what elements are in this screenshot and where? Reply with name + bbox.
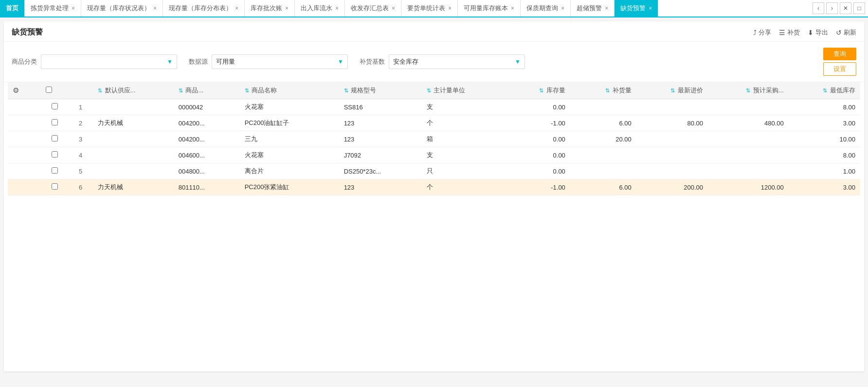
share-button[interactable]: ⤴ 分享	[753, 28, 771, 37]
tab-close-requisition[interactable]: ×	[448, 5, 452, 12]
tab-maximize[interactable]: □	[853, 2, 865, 14]
row-num-cell: 2	[68, 115, 93, 131]
row-price	[636, 147, 708, 163]
tab-stock-dist[interactable]: 现存量（库存分布表）×	[163, 0, 245, 17]
col-stock[interactable]: ⇅ 库存量	[504, 82, 570, 99]
row-purchase	[708, 163, 789, 179]
col-replenish[interactable]: ⇅ 补货量	[570, 82, 636, 99]
datasource-label: 数据源	[189, 57, 208, 66]
tab-close-stock-dist[interactable]: ×	[235, 5, 238, 12]
row-min-stock: 8.00	[789, 99, 860, 115]
col-price[interactable]: ⇅ 最新进价	[636, 82, 708, 99]
tab-shortage[interactable]: 缺货预警×	[615, 0, 658, 17]
row-name: PC200张紧油缸	[240, 179, 339, 195]
row-checkbox[interactable]	[52, 151, 58, 158]
tab-close-available[interactable]: ×	[511, 5, 514, 12]
col-min-stock[interactable]: ⇅ 最低库存	[789, 82, 860, 99]
header-actions: ⤴ 分享 ☰ 补货 ⬇ 导出 ↺ 刷新	[753, 28, 856, 37]
row-name: PC200油缸缸子	[240, 115, 339, 131]
col-purchase[interactable]: ⇅ 预计采购...	[708, 82, 789, 99]
tab-available[interactable]: 可用量库存账本×	[458, 0, 521, 17]
row-replenish	[570, 99, 636, 115]
supplier-sort-icon: ⇅	[98, 88, 102, 93]
table-body: 1 0000042 火花塞 SS816 支 0.00 8.00 2 力天机械 0…	[8, 99, 860, 195]
tab-inout[interactable]: 出入库流水×	[295, 0, 345, 17]
row-stock: -1.00	[504, 179, 570, 195]
row-code: 0000042	[174, 99, 240, 115]
row-checkbox-cell	[41, 115, 68, 131]
datasource-select[interactable]: 可用量 ▼	[212, 54, 348, 69]
col-unit[interactable]: ⇅ 主计量单位	[422, 82, 504, 99]
row-supplier: 力天机械	[93, 115, 174, 131]
tab-close-expiry[interactable]: ×	[561, 5, 564, 12]
table-header-row: ⚙ ⇅ 默认供应... ⇅ 商品... ⇅	[8, 82, 860, 99]
tab-batch[interactable]: 库存批次账×	[245, 0, 295, 17]
tab-scroll-right[interactable]: ›	[826, 2, 838, 14]
tab-nav-buttons: ‹ › ✕ □	[810, 2, 868, 14]
row-spec: SS816	[339, 99, 422, 115]
stock-sort-icon: ⇅	[539, 88, 543, 93]
replenish-dropdown-icon: ▼	[515, 58, 521, 65]
row-checkbox[interactable]	[52, 167, 58, 174]
row-checkbox-cell	[41, 99, 68, 115]
tab-close-stock-status[interactable]: ×	[153, 5, 157, 12]
tab-close-shortage[interactable]: ×	[649, 5, 652, 12]
export-icon: ⬇	[808, 29, 814, 36]
datasource-value: 可用量	[216, 57, 235, 66]
tab-abnormal[interactable]: 拣货异常处理×	[25, 0, 81, 17]
row-supplier: 力天机械	[93, 179, 174, 195]
tab-overstock[interactable]: 超储预警×	[571, 0, 615, 17]
row-unit: 个	[422, 115, 504, 131]
settings-col-icon[interactable]: ⚙	[13, 86, 19, 94]
tab-close-collect[interactable]: ×	[392, 5, 395, 12]
row-purchase: 480.00	[708, 115, 789, 131]
settings-button[interactable]: 设置	[823, 62, 856, 76]
row-replenish: 6.00	[570, 179, 636, 195]
col-rownum	[68, 82, 93, 99]
category-select[interactable]: ▼	[41, 54, 177, 69]
replenish-filter-group: 补货基数 安全库存 ▼	[360, 54, 525, 69]
row-checkbox[interactable]	[52, 119, 58, 125]
tab-stock-status[interactable]: 现存量（库存状况表）×	[81, 0, 163, 17]
purchase-sort-icon: ⇅	[746, 88, 750, 93]
select-all-checkbox[interactable]	[46, 87, 52, 93]
table-container: ⚙ ⇅ 默认供应... ⇅ 商品... ⇅	[4, 82, 864, 195]
tab-label: 首页	[6, 4, 18, 13]
query-button[interactable]: 查询	[823, 48, 856, 60]
tab-close-overstock[interactable]: ×	[605, 5, 608, 12]
row-stock: 0.00	[504, 163, 570, 179]
export-button[interactable]: ⬇ 导出	[808, 28, 828, 37]
replenish-button[interactable]: ☰ 补货	[779, 28, 800, 37]
col-name[interactable]: ⇅ 商品名称	[240, 82, 339, 99]
row-price: 80.00	[636, 115, 708, 131]
tab-home[interactable]: 首页	[0, 0, 25, 17]
row-checkbox[interactable]	[52, 183, 58, 190]
row-checkbox[interactable]	[52, 103, 58, 109]
row-name: 离合片	[240, 163, 339, 179]
price-sort-icon: ⇅	[670, 88, 675, 93]
spec-sort-icon: ⇅	[344, 88, 348, 93]
tab-collect[interactable]: 收发存汇总表×	[345, 0, 401, 17]
row-replenish: 20.00	[570, 131, 636, 147]
tab-close-all[interactable]: ✕	[840, 2, 851, 14]
tab-close-abnormal[interactable]: ×	[72, 5, 75, 12]
filter-row: 商品分类 ▼ 数据源 可用量 ▼ 补货基数 安全库存 ▼ 查询 设置	[4, 42, 864, 82]
col-code[interactable]: ⇅ 商品...	[174, 82, 240, 99]
replenish-select[interactable]: 安全库存 ▼	[389, 54, 525, 69]
page-header: 缺货预警 ⤴ 分享 ☰ 补货 ⬇ 导出 ↺ 刷新	[4, 21, 864, 42]
row-supplier	[93, 147, 174, 163]
tab-close-inout[interactable]: ×	[335, 5, 339, 12]
row-unit: 个	[422, 179, 504, 195]
col-supplier[interactable]: ⇅ 默认供应...	[93, 82, 174, 99]
tab-scroll-left[interactable]: ‹	[813, 2, 824, 14]
refresh-button[interactable]: ↺ 刷新	[836, 28, 856, 37]
row-min-stock: 1.00	[789, 163, 860, 179]
row-settings-cell	[8, 99, 41, 115]
col-spec[interactable]: ⇅ 规格型号	[339, 82, 422, 99]
tab-close-batch[interactable]: ×	[285, 5, 289, 12]
tab-label: 要货单统计表	[407, 4, 445, 13]
tab-expiry[interactable]: 保质期查询×	[521, 0, 571, 17]
row-checkbox[interactable]	[52, 135, 58, 141]
tab-requisition[interactable]: 要货单统计表×	[401, 0, 458, 17]
row-replenish	[570, 163, 636, 179]
